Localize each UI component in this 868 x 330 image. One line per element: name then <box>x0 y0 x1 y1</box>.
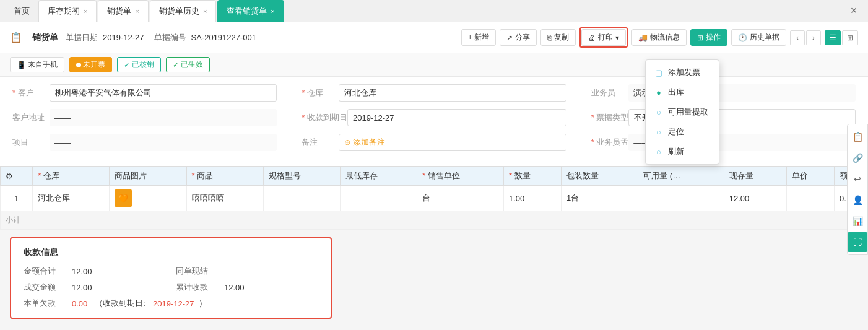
form-body: 客户 柳州粤港平安气体有限公司 仓库 河北仓库 业务员 演示账号 客户地址 ——… <box>0 77 868 166</box>
total-label: 金额合计 <box>24 266 67 277</box>
staff2-field: 业务员孟 —— <box>591 134 856 151</box>
print-button[interactable]: 🖨 打印 ▾ <box>581 29 626 46</box>
th-available: 可用量 (… <box>638 167 724 186</box>
tab-view-sales-close[interactable]: × <box>271 7 274 15</box>
form-row-3: 项目 —— 备注 ⊕ 添加备注 业务员孟 —— <box>12 134 856 151</box>
due-date-field: 收款到期日 2019-12-27 <box>302 109 566 126</box>
tab-sales-close[interactable]: × <box>135 7 139 15</box>
same-order-value: —— <box>224 267 240 276</box>
share-icon: ↗ <box>506 33 513 42</box>
product-image: 🧡 <box>115 189 132 207</box>
print-button-wrapper: 🖨 打印 ▾ <box>579 27 628 48</box>
tab-sales[interactable]: 销货单 × <box>98 0 148 22</box>
sidebar-icon-chart[interactable]: 📊 <box>848 211 867 231</box>
outstock-label: 出库 <box>668 87 684 98</box>
next-arrow[interactable]: › <box>806 30 821 45</box>
sidebar-icon-return[interactable]: ↩ <box>848 169 867 189</box>
sidebar-icon-clipboard[interactable]: 📋 <box>848 127 867 147</box>
td-pack-qty: 1台 <box>562 186 638 211</box>
td-min-stock <box>341 186 417 211</box>
td-current-qty: 12.00 <box>724 186 786 211</box>
from-phone-button[interactable]: 📱 来自手机 <box>10 57 64 72</box>
logistics-icon: 🚚 <box>638 33 648 42</box>
window-close-button[interactable]: × <box>844 2 863 20</box>
tab-inventory-close[interactable]: × <box>84 7 87 15</box>
total-value: 12.00 <box>72 267 92 276</box>
dropdown-available[interactable]: ○ 可用量提取 <box>646 102 719 122</box>
sidebar-icon-link[interactable]: 🔗 <box>848 148 867 168</box>
tab-history[interactable]: 销货单历史 × <box>150 0 216 22</box>
print-dropdown-icon: ▾ <box>615 33 619 42</box>
warehouse-value[interactable]: 河北仓库 <box>339 84 566 102</box>
logistics-button[interactable]: 🚚 物流信息 <box>631 29 687 46</box>
th-warehouse: 仓库 <box>33 167 110 186</box>
address-value: —— <box>50 109 277 126</box>
tab-inventory[interactable]: 库存期初 × <box>38 0 97 22</box>
history-button[interactable]: 🕐 历史单据 <box>731 29 786 46</box>
form-title-area: 📋 销货单 单据日期 2019-12-27 单据编号 SA-20191227-0… <box>10 32 256 43</box>
form-num-label: 单据编号 SA-20191227-001 <box>154 32 257 43</box>
form-date-label: 单据日期 2019-12-27 <box>66 32 144 43</box>
ticket-status-dot <box>76 63 81 67</box>
dropdown-add-invoice[interactable]: ▢ 添加发票 <box>646 63 719 82</box>
operation-button[interactable]: ⊞ 操作 <box>690 29 727 46</box>
right-sidebar: 📋 🔗 ↩ 👤 📊 ⛶ <box>847 124 868 255</box>
prev-arrow[interactable]: ‹ <box>790 30 805 45</box>
deal-label: 成交金额 <box>24 282 67 293</box>
new-button[interactable]: + 新增 <box>461 29 496 46</box>
th-setting[interactable]: ⚙ <box>1 167 33 186</box>
td-warehouse: 河北仓库 <box>33 186 110 211</box>
form-row-1: 客户 柳州粤港平安气体有限公司 仓库 河北仓库 业务员 演示账号 <box>12 84 856 102</box>
table-header-row: ⚙ 仓库 商品图片 商品 规格型号 最低库存 销售单位 数量 包装数量 可用量 … <box>1 167 868 186</box>
outstock-icon: ● <box>654 88 663 97</box>
tab-home[interactable]: 首页 <box>5 0 38 22</box>
tab-view-sales-label: 查看销货单 <box>227 6 267 17</box>
th-product-img: 商品图片 <box>110 167 186 186</box>
tab-history-close[interactable]: × <box>203 7 207 15</box>
project-field: 项目 —— <box>12 134 277 151</box>
payment-deal-row: 成交金额 12.00 <box>24 282 166 293</box>
copy-button[interactable]: ⎘ 复制 <box>540 29 576 46</box>
view-grid-btn[interactable]: ⊞ <box>842 30 858 45</box>
th-pack-qty: 包装数量 <box>562 167 638 186</box>
note-label: 备注 <box>302 137 339 148</box>
table-body: 1 河北仓库 🧡 嘻嘻嘻嘻 台 1.00 1台 12.00 0. 小计 <box>1 186 868 230</box>
customer-value[interactable]: 柳州粤港平安气体有限公司 <box>50 84 277 102</box>
owe-label: 本单欠款 <box>24 298 67 309</box>
dropdown-locate[interactable]: ○ 定位 <box>646 122 719 142</box>
dropdown-outstock[interactable]: ● 出库 <box>646 82 719 102</box>
td-unit-price <box>786 186 834 211</box>
table-row: 1 河北仓库 🧡 嘻嘻嘻嘻 台 1.00 1台 12.00 0. <box>1 186 868 211</box>
form-meta: 单据日期 2019-12-27 单据编号 SA-20191227-001 <box>66 32 256 43</box>
add-note-button[interactable]: ⊕ 添加备注 <box>344 137 385 148</box>
td-available <box>638 186 724 211</box>
payment-box: 收款信息 金额合计 12.00 同单现结 —— 成交金额 12.00 累计收款 … <box>10 237 332 319</box>
close-icon: × <box>851 4 857 17</box>
share-button[interactable]: ↗ 分享 <box>500 29 537 46</box>
customer-field: 客户 柳州粤港平安气体有限公司 <box>12 84 277 102</box>
tab-inventory-label: 库存期初 <box>48 6 80 17</box>
form-header: 📋 销货单 单据日期 2019-12-27 单据编号 SA-20191227-0… <box>0 22 868 53</box>
tab-view-sales[interactable]: 查看销货单 × <box>217 0 284 22</box>
locate-label: 定位 <box>668 126 684 137</box>
locate-icon: ○ <box>654 128 663 136</box>
payment-same-order-row: 同单现结 —— <box>176 266 318 277</box>
due-date-value[interactable]: 2019-12-27 <box>347 109 566 126</box>
owe-value: 0.00 <box>72 299 87 308</box>
sidebar-icon-user[interactable]: 👤 <box>848 190 867 210</box>
refresh-icon: ○ <box>654 147 663 156</box>
form-title: 销货单 <box>32 32 58 43</box>
add-invoice-icon: ▢ <box>654 68 663 77</box>
sidebar-icon-expand[interactable]: ⛶ <box>848 232 867 252</box>
th-unit: 销售单位 <box>417 167 504 186</box>
dropdown-refresh[interactable]: ○ 刷新 <box>646 142 719 162</box>
th-model: 规格型号 <box>263 167 340 186</box>
ticket-status-button[interactable]: 未开票 <box>69 57 112 72</box>
view-list-btn[interactable]: ☰ <box>825 30 841 45</box>
effective-button[interactable]: ✓ 已生效 <box>166 57 210 72</box>
th-current-qty: 现存量 <box>724 167 786 186</box>
note-value[interactable]: ⊕ 添加备注 <box>339 134 566 151</box>
effective-icon: ✓ <box>173 61 179 69</box>
cumulative-value: 12.00 <box>224 283 245 292</box>
confirm-button[interactable]: ✓ 已核销 <box>117 57 161 72</box>
